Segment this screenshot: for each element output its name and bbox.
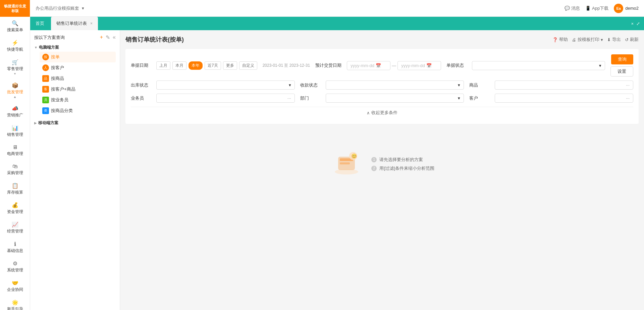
export-btn[interactable]: ⬇ 导出	[607, 37, 621, 43]
sidebar-item-finance[interactable]: 💰 资金管理	[0, 199, 30, 218]
salesperson-select[interactable]: ···	[156, 94, 295, 103]
receipt-arrow: ▾	[458, 83, 460, 88]
content-area: 按以下方案查询 + ✎ « ▼ 电脑端方案 按 按单	[30, 30, 644, 310]
sidebar-item-sales[interactable]: 📊 销售管理	[0, 121, 30, 141]
sidebar-item-operations[interactable]: 📈 经营管理	[0, 218, 30, 238]
sidebar-item-retail[interactable]: 🛒 零售管理 ▾	[0, 56, 30, 79]
scheme-item-by-customer-goods[interactable]: 客 按客户+商品	[40, 84, 116, 95]
print-dropdown-icon: ▾	[601, 37, 603, 42]
sidebar-item-ecommerce[interactable]: 🖥 电商管理	[0, 141, 30, 160]
query-button[interactable]: 查询	[611, 54, 633, 64]
sidebar-label-guide: 新手引导	[7, 306, 23, 310]
left-panel-icons: + ✎ «	[100, 34, 116, 41]
collapse-bar[interactable]: ∧ 收起更多条件	[131, 107, 633, 118]
tab-close-icon[interactable]: ×	[90, 21, 93, 26]
date-btn-this-month[interactable]: 本月	[172, 61, 186, 70]
search-icon: 🔍	[12, 20, 18, 27]
app-download-btn[interactable]: 📱 App下载	[585, 5, 608, 11]
tip-num-1: 1	[371, 157, 377, 162]
shipment-select[interactable]: ▾	[156, 81, 295, 90]
sidebar-item-system[interactable]: ⚙ 系统管理	[0, 257, 30, 276]
help-label: 帮助	[559, 37, 568, 43]
date-btn-more[interactable]: 更多	[223, 61, 237, 70]
goods-select[interactable]: ···	[495, 81, 633, 90]
salesperson-dots-icon[interactable]: ···	[287, 96, 291, 101]
sidebar-item-inventory[interactable]: 📋 库存核算	[0, 179, 30, 199]
logo-text: 畅捷通好生意	[4, 4, 26, 8]
customer-select[interactable]: ···	[495, 94, 633, 103]
pc-group-arrow-icon: ▼	[34, 46, 38, 49]
user-menu[interactable]: Ea demo2	[614, 4, 639, 13]
sidebar-item-basic-info[interactable]: ℹ 基础信息	[0, 238, 30, 257]
add-scheme-icon[interactable]: +	[100, 34, 103, 41]
print-btn[interactable]: 🖨 按模板打印 ▾	[572, 37, 603, 43]
enterprise-icon: 🤝	[12, 280, 18, 286]
goods-dots-icon[interactable]: ···	[626, 83, 630, 88]
inventory-icon: 📋	[12, 183, 18, 189]
tab-home[interactable]: 首页	[30, 17, 50, 30]
sidebar-item-guide[interactable]: 🌟 新手引导	[0, 296, 30, 310]
scheme-item-by-order[interactable]: 按 按单	[40, 52, 116, 62]
tabbar: 首页 销售订单统计表 × × ⤢	[30, 17, 644, 30]
close-window-icon[interactable]: ×	[631, 21, 634, 26]
date-btn-this-year[interactable]: 本年	[189, 61, 203, 70]
sidebar-label-inventory: 库存核算	[7, 190, 23, 195]
refresh-icon: ↺	[625, 37, 629, 42]
topbar-right: 💬 消息 📱 App下载 Ea demo2	[565, 4, 639, 13]
left-panel: 按以下方案查询 + ✎ « ▼ 电脑端方案 按 按单	[30, 30, 120, 310]
purchase-icon: 🛍	[12, 163, 18, 169]
mobile-scheme-group-header[interactable]: ▶ 移动端方案	[34, 119, 116, 127]
date-btn-7days[interactable]: 近7天	[205, 61, 221, 70]
salesperson-label: 业务员	[131, 95, 151, 101]
date-btn-last-month[interactable]: 上月	[156, 61, 170, 70]
message-label: 消息	[571, 5, 580, 11]
settings-button[interactable]: 设置	[610, 66, 633, 76]
by-salesperson-label: 按业务员	[51, 97, 68, 103]
refresh-btn[interactable]: ↺ 刷新	[625, 37, 639, 43]
message-btn[interactable]: 💬 消息	[565, 5, 580, 11]
pc-scheme-group-header[interactable]: ▼ 电脑端方案	[34, 43, 116, 52]
sidebar-label-quick-nav: 快捷导航	[7, 47, 23, 52]
mobile-group-label: 移动端方案	[38, 120, 58, 126]
date-btn-custom[interactable]: 自定义	[239, 61, 257, 70]
sidebar-label-finance: 资金管理	[7, 209, 23, 215]
retail-icon: 🛒	[12, 59, 18, 65]
quick-nav-icon: ⚡	[12, 40, 18, 46]
help-btn[interactable]: ❓ 帮助	[552, 37, 568, 43]
sidebar-label-enterprise: 企业协同	[7, 287, 23, 293]
system-icon: ⚙	[13, 260, 17, 267]
scheme-item-by-goods[interactable]: 品 按商品	[40, 73, 116, 84]
sidebar-item-marketing[interactable]: 📣 营销推广	[0, 102, 30, 121]
edit-scheme-icon[interactable]: ✎	[106, 34, 110, 41]
tab-sales-order[interactable]: 销售订单统计表 ×	[51, 17, 98, 30]
sidebar-item-enterprise[interactable]: 🤝 企业协同	[0, 276, 30, 296]
tip-text-1: 请先选择要分析的方案	[379, 157, 423, 163]
collapse-panel-icon[interactable]: «	[113, 34, 116, 41]
expected-date-end[interactable]: yyyy-mm-dd 📅	[397, 61, 441, 70]
by-goods-label: 按商品	[51, 75, 64, 82]
sidebar-item-search[interactable]: 🔍 搜索菜单	[0, 17, 30, 36]
topbar-dropdown-icon[interactable]: ▾	[82, 6, 84, 11]
scheme-item-by-category[interactable]: 类 按商品分类	[40, 105, 116, 116]
sidebar-item-wholesale[interactable]: 📦 批发管理 ▲	[0, 79, 30, 102]
maximize-window-icon[interactable]: ⤢	[636, 21, 640, 26]
status-select[interactable]: ▾	[472, 61, 605, 70]
receipt-select[interactable]: ▾	[326, 81, 464, 90]
basic-info-icon: ℹ	[14, 241, 16, 247]
export-label: 导出	[612, 37, 621, 43]
department-select[interactable]: ▾	[326, 94, 464, 103]
sidebar-item-quick-nav[interactable]: ⚡ 快捷导航	[0, 36, 30, 56]
pc-scheme-items: 按 按单 人 按客户 品 按商品 客 按客户+商品	[34, 52, 116, 116]
status-select-arrow: ▾	[599, 63, 601, 68]
topbar: 办公用品行业模拟账套 ▾ 💬 消息 📱 App下载 Ea demo2	[30, 0, 644, 17]
shipment-arrow: ▾	[289, 83, 291, 88]
date-placeholder-2: yyyy-mm-dd	[401, 63, 425, 68]
customer-dots-icon[interactable]: ···	[626, 96, 630, 101]
sidebar-item-purchase[interactable]: 🛍 采购管理	[0, 160, 30, 179]
svg-text:😊: 😊	[351, 153, 357, 159]
expected-date-start[interactable]: yyyy-mm-dd 📅	[347, 61, 390, 70]
scheme-item-by-customer[interactable]: 人 按客户	[40, 62, 116, 73]
scheme-item-by-salesperson[interactable]: 员 按业务员	[40, 95, 116, 105]
app-logo: 畅捷通好生意 标版	[0, 0, 30, 17]
sidebar-label-system: 系统管理	[7, 267, 23, 273]
